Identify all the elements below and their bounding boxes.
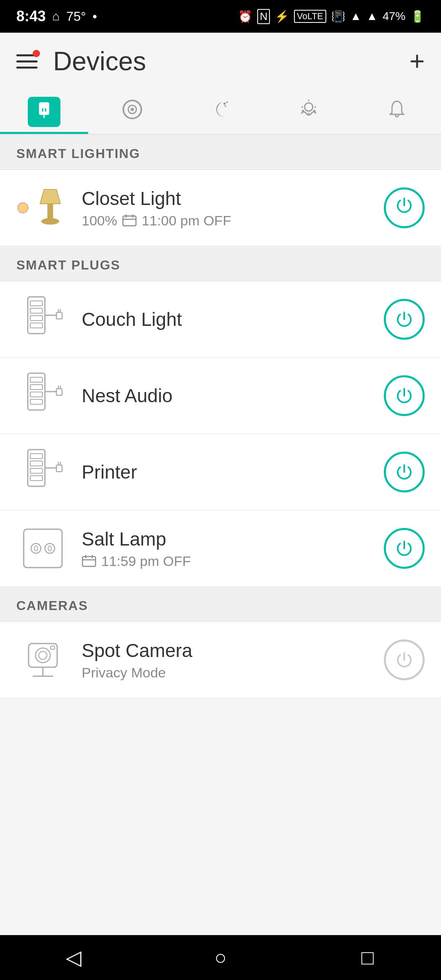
section-smart-lighting-title: SMART LIGHTING [16, 146, 140, 161]
svg-rect-20 [123, 216, 136, 226]
svg-rect-0 [39, 102, 49, 115]
svg-point-9 [225, 105, 226, 107]
svg-point-10 [305, 103, 313, 111]
salt-lamp-power-button[interactable] [384, 528, 425, 569]
svg-rect-46 [30, 476, 42, 481]
volte-icon: VoLTE [294, 10, 326, 23]
couch-light-info: Couch Light [69, 308, 384, 330]
svg-point-6 [131, 108, 134, 111]
status-time: 8:43 [16, 8, 46, 25]
spot-camera-power-button[interactable] [384, 639, 425, 680]
nest-audio-info: Nest Audio [69, 385, 384, 407]
schedule-icon-salt [82, 555, 96, 567]
power-icon-inactive [394, 650, 414, 670]
closet-light-info: Closet Light 100% 11:00 pm OFF [69, 187, 384, 229]
svg-rect-56 [82, 557, 96, 566]
smart-plugs-list: Couch Light [0, 281, 441, 587]
svg-rect-37 [30, 399, 42, 404]
back-icon: ◁ [66, 946, 81, 969]
thermostat-tab-icon [122, 99, 143, 125]
outlet-icon [20, 526, 65, 571]
notification-dot [33, 50, 40, 57]
svg-point-15 [302, 110, 304, 112]
svg-point-62 [39, 651, 47, 659]
power-icon [394, 538, 414, 559]
battery-display: 47% [383, 10, 405, 23]
add-device-button[interactable]: + [410, 48, 425, 74]
spot-camera-name: Spot Camera [82, 639, 372, 662]
app-bar-left: Devices [16, 46, 146, 76]
tab-notifications[interactable] [353, 90, 441, 134]
nest-audio-power-button[interactable] [384, 375, 425, 416]
section-cameras-header: CAMERAS [0, 587, 441, 622]
status-right: ⏰ N ⚡ VoLTE 📳 ▲ ▲ 47% 🔋 [238, 9, 425, 24]
section-smart-plugs-header: SMART PLUGS [0, 246, 441, 281]
tab-smart-plug[interactable] [0, 90, 88, 134]
vibrate-icon: 📳 [331, 10, 345, 23]
smart-plug-strip-icon-3 [20, 445, 65, 499]
printer-info: Printer [69, 461, 384, 483]
recents-button[interactable]: □ [351, 941, 384, 974]
couch-light-icon-wrap [16, 293, 69, 346]
svg-rect-25 [30, 301, 42, 306]
plug-tab-icon [35, 102, 53, 122]
home-button[interactable]: ○ [204, 941, 237, 974]
recents-icon: □ [361, 946, 374, 969]
main-content: SMART LIGHTING Closet Ligh [0, 135, 441, 743]
closet-light-subtitle: 100% 11:00 pm OFF [82, 213, 372, 229]
svg-rect-65 [51, 646, 55, 649]
menu-line-2 [16, 60, 38, 62]
svg-rect-36 [30, 392, 42, 397]
svg-rect-43 [30, 454, 42, 459]
menu-button[interactable] [16, 49, 41, 74]
nest-audio-icon-wrap [16, 369, 69, 422]
home-nav-icon: ○ [214, 946, 227, 969]
spot-camera-subtitle: Privacy Mode [82, 665, 372, 681]
power-icon [394, 462, 414, 482]
closet-light-icon-wrap [16, 181, 69, 234]
dot-indicator: • [93, 9, 97, 24]
device-nest-audio[interactable]: Nest Audio [0, 358, 441, 434]
device-closet-light[interactable]: Closet Light 100% 11:00 pm OFF [0, 170, 441, 246]
device-printer[interactable]: Printer [0, 434, 441, 510]
home-icon: ⌂ [52, 9, 60, 23]
tab-night-mode[interactable] [176, 90, 265, 134]
svg-rect-18 [47, 204, 53, 220]
back-button[interactable]: ◁ [57, 941, 90, 974]
tab-weather[interactable] [265, 90, 353, 134]
svg-rect-39 [56, 389, 62, 395]
weather-tab-icon [298, 99, 319, 125]
svg-rect-2 [45, 108, 46, 111]
svg-rect-45 [30, 468, 42, 473]
power-icon [394, 195, 414, 220]
device-couch-light[interactable]: Couch Light [0, 281, 441, 358]
salt-lamp-schedule: 11:59 pm OFF [101, 553, 191, 569]
smart-plug-strip-icon-2 [20, 369, 65, 422]
privacy-mode-label: Privacy Mode [82, 665, 166, 681]
printer-power-button[interactable] [384, 452, 425, 492]
device-spot-camera[interactable]: Spot Camera Privacy Mode [0, 622, 441, 698]
closet-light-power-button[interactable] [384, 187, 425, 228]
bottom-nav: ◁ ○ □ [0, 935, 441, 980]
tab-bar [0, 90, 441, 135]
svg-marker-17 [40, 189, 60, 204]
temp-display: 75° [66, 9, 86, 24]
salt-lamp-subtitle: 11:59 pm OFF [82, 553, 372, 569]
svg-rect-48 [56, 465, 62, 472]
printer-icon-wrap [16, 445, 69, 499]
salt-lamp-name: Salt Lamp [82, 528, 372, 550]
device-salt-lamp[interactable]: Salt Lamp 11:59 pm OFF [0, 510, 441, 587]
closet-light-percent: 100% [82, 213, 117, 229]
lamp-icon [32, 185, 69, 230]
svg-rect-35 [30, 385, 42, 390]
couch-light-power-button[interactable] [384, 299, 425, 340]
alarm-icon: ⏰ [238, 10, 252, 23]
bell-tab-icon [386, 99, 408, 125]
couch-light-name: Couch Light [82, 308, 372, 330]
tab-thermostat[interactable] [88, 90, 176, 134]
salt-lamp-info: Salt Lamp 11:59 pm OFF [69, 528, 384, 569]
svg-rect-28 [30, 323, 42, 328]
nfc-icon: N [257, 9, 270, 24]
section-smart-plugs-title: SMART PLUGS [16, 258, 120, 272]
printer-name: Printer [82, 461, 372, 483]
